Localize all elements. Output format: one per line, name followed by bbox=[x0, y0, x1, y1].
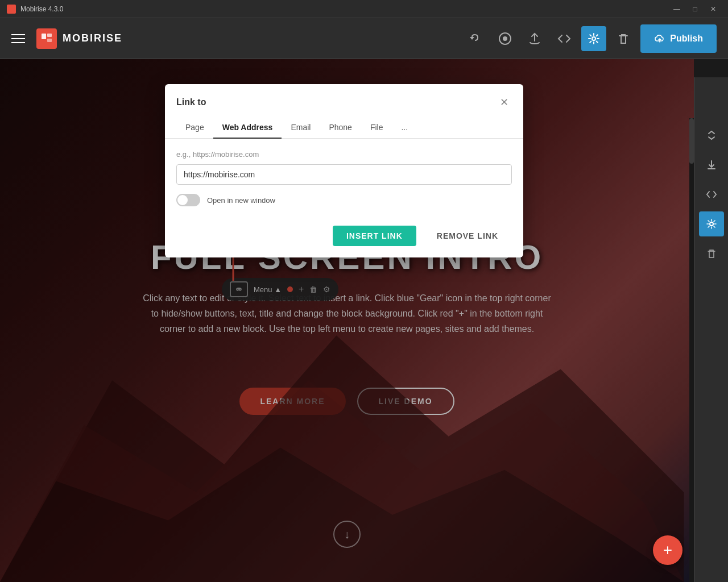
svg-rect-2 bbox=[47, 39, 52, 42]
tab-web-address[interactable]: Web Address bbox=[213, 117, 282, 139]
dialog-body: e.g., https://mobirise.com Open in new w… bbox=[165, 139, 523, 218]
right-panel bbox=[694, 77, 728, 582]
hamburger-line-3 bbox=[11, 42, 25, 43]
svg-rect-0 bbox=[42, 34, 46, 39]
cloud-icon bbox=[654, 33, 665, 44]
gear-icon bbox=[588, 32, 600, 45]
trash-icon bbox=[617, 32, 630, 45]
code-button[interactable] bbox=[552, 26, 577, 51]
svg-point-5 bbox=[592, 37, 595, 40]
logo-icon bbox=[36, 28, 57, 49]
panel-up-button[interactable] bbox=[699, 123, 724, 148]
dialog-close-button[interactable]: ✕ bbox=[496, 94, 512, 110]
new-window-toggle[interactable] bbox=[176, 194, 200, 206]
code-icon bbox=[557, 32, 571, 45]
hamburger-menu[interactable] bbox=[11, 34, 25, 43]
toolbar-left: MOBIRISE bbox=[11, 28, 122, 49]
app-icon bbox=[7, 5, 16, 14]
panel-trash-icon bbox=[706, 248, 717, 259]
dialog-header: Link to ✕ bbox=[165, 84, 523, 110]
tab-more[interactable]: ... bbox=[392, 117, 417, 139]
preview-icon bbox=[498, 32, 512, 45]
hamburger-line-2 bbox=[11, 38, 25, 39]
url-input[interactable] bbox=[176, 164, 512, 185]
close-button[interactable]: ✕ bbox=[705, 3, 721, 15]
upload-button[interactable] bbox=[522, 26, 547, 51]
link-dialog: Link to ✕ Page Web Address Email Phone F… bbox=[165, 84, 523, 257]
panel-gear-button[interactable] bbox=[699, 211, 724, 236]
tab-email[interactable]: Email bbox=[282, 117, 320, 139]
preview-button[interactable] bbox=[493, 26, 518, 51]
reorder-icon bbox=[706, 130, 717, 141]
download-icon bbox=[706, 159, 717, 171]
svg-rect-1 bbox=[47, 34, 52, 37]
undo-icon bbox=[469, 32, 482, 45]
upload-icon bbox=[528, 32, 541, 45]
dialog-footer: INSERT LINK REMOVE LINK bbox=[165, 218, 523, 257]
panel-down-button[interactable] bbox=[699, 152, 724, 177]
panel-code-icon bbox=[706, 189, 717, 200]
add-block-fab[interactable]: + bbox=[653, 535, 682, 565]
svg-point-10 bbox=[710, 222, 713, 226]
logo-text: MOBIRISE bbox=[63, 32, 122, 44]
logo-svg bbox=[40, 32, 53, 45]
panel-code-button[interactable] bbox=[699, 182, 724, 207]
undo-button[interactable] bbox=[463, 26, 488, 51]
panel-gear-icon bbox=[706, 218, 717, 230]
app-container: MOBIRISE bbox=[0, 18, 728, 582]
hamburger-line-1 bbox=[11, 34, 25, 35]
publish-label: Publish bbox=[670, 34, 703, 44]
titlebar-left: Mobirise 4.3.0 bbox=[7, 5, 63, 14]
publish-button[interactable]: Publish bbox=[640, 24, 717, 53]
toggle-label: Open in new window bbox=[207, 196, 275, 205]
tab-phone[interactable]: Phone bbox=[320, 117, 361, 139]
logo: MOBIRISE bbox=[36, 28, 122, 49]
dialog-title: Link to bbox=[176, 97, 206, 107]
main-content: FULL SCREEN INTRO Click any text to edit… bbox=[0, 59, 728, 582]
toolbar-right: Publish bbox=[463, 24, 717, 53]
tab-page[interactable]: Page bbox=[176, 117, 213, 139]
tab-file[interactable]: File bbox=[361, 117, 392, 139]
titlebar-title: Mobirise 4.3.0 bbox=[20, 5, 63, 13]
main-toolbar: MOBIRISE bbox=[0, 18, 728, 59]
insert-link-button[interactable]: INSERT LINK bbox=[333, 226, 416, 246]
trash-button[interactable] bbox=[611, 26, 636, 51]
dialog-hint: e.g., https://mobirise.com bbox=[176, 150, 512, 159]
titlebar-controls: — □ ✕ bbox=[669, 3, 721, 15]
dialog-tabs: Page Web Address Email Phone File ... bbox=[165, 117, 523, 139]
maximize-button[interactable]: □ bbox=[687, 3, 703, 15]
titlebar: Mobirise 4.3.0 — □ ✕ bbox=[0, 0, 728, 18]
toggle-row: Open in new window bbox=[176, 194, 512, 206]
gear-button[interactable] bbox=[581, 26, 606, 51]
minimize-button[interactable]: — bbox=[669, 3, 685, 15]
svg-point-4 bbox=[503, 36, 507, 41]
panel-trash-button[interactable] bbox=[699, 241, 724, 266]
remove-link-button[interactable]: REMOVE LINK bbox=[423, 226, 512, 246]
